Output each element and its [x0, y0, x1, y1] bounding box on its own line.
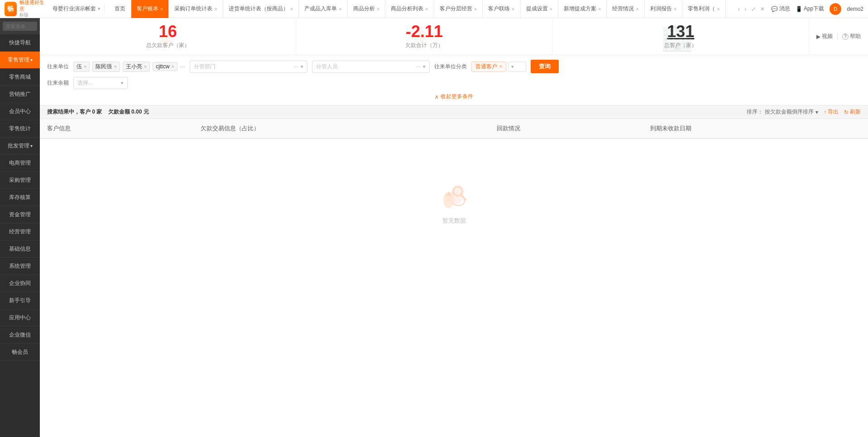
- filter-unit-label: 往来单位: [47, 63, 69, 71]
- filter-row-2: 往来余额 选择... ▾: [47, 77, 861, 89]
- stat-block-customers: ¥ 16 总欠款客户（家）: [40, 18, 296, 55]
- sidebar-item-inventory_check[interactable]: 库存核算: [0, 189, 40, 206]
- export-btn[interactable]: ↑ 导出: [824, 108, 839, 116]
- filter-type-tag-remove[interactable]: ×: [499, 63, 502, 70]
- filter-dept-arrow: ▾: [301, 64, 303, 70]
- filter-category-arrow: ▾: [511, 64, 514, 70]
- collapse-label: 收起更多条件: [441, 93, 473, 100]
- sidebar-item-marketing[interactable]: 营销推广: [0, 86, 40, 103]
- filter-tag-cjttcw: cjttcw ×: [153, 62, 177, 71]
- sort-select[interactable]: 排序： 按欠款金额倒序排序 ▾: [747, 108, 818, 116]
- top-nav-tab-profit_report[interactable]: 利润报告×: [645, 0, 682, 18]
- sidebar-item-purchase_mgmt[interactable]: 采购管理: [0, 172, 40, 189]
- tab-close-customer_segment[interactable]: ×: [474, 6, 477, 12]
- filter-category-dropdown[interactable]: ▾: [508, 62, 526, 72]
- page-header: ¥ 16 总欠款客户（家） ✦ -2.11 欠款合计（万） 🏢 131 总客户（…: [40, 18, 868, 55]
- filter-tag-wang-remove[interactable]: ×: [144, 64, 147, 69]
- sidebar-item-newbie_guide[interactable]: 新手引导: [0, 292, 40, 309]
- empty-icon: [436, 175, 472, 211]
- tab-close-business_status[interactable]: ×: [636, 6, 638, 12]
- query-button[interactable]: 查询: [531, 60, 559, 73]
- sidebar-item-ecommerce_mgmt[interactable]: 电商管理: [0, 155, 40, 172]
- top-nav-tab-customer_segment[interactable]: 客户分层经营×: [434, 0, 483, 18]
- tab-close-profit_report[interactable]: ×: [674, 6, 676, 12]
- sidebar-item-retail_mall[interactable]: 零售商城: [0, 69, 40, 86]
- filter-tag-wu-remove[interactable]: ×: [84, 64, 86, 69]
- sidebar-item-vip_member[interactable]: 畅会员: [0, 344, 40, 361]
- top-nav-tab-inventory_stat[interactable]: 进货单统计表（按商品）×: [223, 0, 299, 18]
- filter-type-tag-text: 普通客户: [475, 63, 497, 71]
- tab-nav-arrows: ‹ › ⤢ ✕: [736, 5, 767, 14]
- collapse-more-btn[interactable]: ∧ 收起更多条件: [47, 93, 861, 100]
- search-result-prefix: 搜索结果中，客户: [47, 109, 91, 115]
- tab-close-inventory_stat[interactable]: ×: [290, 6, 293, 12]
- filter-tag-cjttcw-remove[interactable]: ×: [171, 64, 174, 69]
- top-nav-tab-new_promotion[interactable]: 新增提成方案×: [558, 0, 607, 18]
- tab-close-product_list_analysis[interactable]: ×: [425, 6, 428, 12]
- sidebar-item-enterprise_coop[interactable]: 企业协同: [0, 275, 40, 292]
- sidebar-item-quick_nav[interactable]: 快捷导航: [0, 34, 40, 52]
- sort-label: 排序：: [747, 108, 763, 116]
- top-nav-tab-retail_profit[interactable]: 零售利润（×: [682, 0, 725, 18]
- top-nav-tab-promotion_settings[interactable]: 提成设置×: [521, 0, 558, 18]
- tab-close-retail_profit[interactable]: ×: [717, 6, 719, 12]
- filter-category-label: 往来单位分类: [434, 63, 467, 71]
- top-nav-tab-purchase_order[interactable]: 采购订单统计表×: [169, 0, 223, 18]
- sidebar-item-capital_mgmt[interactable]: 资金管理: [0, 206, 40, 223]
- top-nav-tab-produce_in[interactable]: 产成品入库单×: [299, 0, 347, 18]
- tab-prev-btn[interactable]: ‹: [736, 5, 742, 14]
- video-btn[interactable]: ▶ 视频: [816, 33, 833, 40]
- top-nav-tab-home[interactable]: 首页: [109, 0, 131, 18]
- tab-close-produce_in[interactable]: ×: [339, 6, 341, 12]
- table-area: 客户信息 欠款交易信息（占比） 回款情况 到期未收款日期: [40, 119, 868, 437]
- sidebar-item-enterprise_wechat[interactable]: 企业微信: [0, 327, 40, 344]
- avatar[interactable]: D: [830, 3, 841, 15]
- tab-label-purchase_order: 采购订单统计表: [174, 5, 212, 13]
- app-download-label: App下载: [804, 5, 824, 13]
- sidebar-item-retail_stats[interactable]: 零售统计: [0, 120, 40, 138]
- filter-tag-wu-text: 伍: [77, 63, 82, 71]
- tab-close-promotion_settings[interactable]: ×: [550, 6, 552, 12]
- refresh-btn[interactable]: ↻ 刷新: [844, 108, 861, 116]
- sidebar-items: 快捷导航零售管理▾零售商城营销推广会员中心零售统计批发管理▾电商管理采购管理库存…: [0, 34, 40, 361]
- tab-maximize-btn[interactable]: ⤢: [749, 5, 758, 13]
- filter-row-1: 往来单位 伍 × 陈民强 × 王小亮 × cjttcw: [47, 60, 861, 73]
- tab-close-product_analysis[interactable]: ×: [377, 6, 379, 12]
- tab-close-all-btn[interactable]: ✕: [758, 5, 767, 13]
- sidebar-item-batch_mgmt[interactable]: 批发管理▾: [0, 138, 40, 155]
- filter-category-tags: 普通客户 × ▾: [471, 62, 526, 72]
- sidebar-item-system_mgmt[interactable]: 系统管理: [0, 258, 40, 275]
- filter-more-btn[interactable]: ···: [180, 63, 186, 70]
- filter-dept-select[interactable]: 分管部门 ··· ▾: [190, 61, 307, 73]
- help-btn[interactable]: ? 帮助: [842, 33, 861, 40]
- sidebar-item-member_center[interactable]: 会员中心: [0, 103, 40, 120]
- tab-next-btn[interactable]: ›: [743, 5, 748, 14]
- top-nav-tab-customer_contact[interactable]: 客户联络×: [483, 0, 520, 18]
- sidebar-item-label-batch_mgmt: 批发管理: [8, 142, 29, 150]
- user-name[interactable]: demo2: [847, 6, 863, 12]
- message-btn[interactable]: 💬 消息: [771, 5, 790, 13]
- tab-label-promotion_settings: 提成设置: [526, 5, 548, 13]
- sidebar-item-app_center[interactable]: 应用中心: [0, 309, 40, 327]
- sidebar-item-basic_info[interactable]: 基础信息: [0, 241, 40, 258]
- account-dropdown[interactable]: 母婴行业演示帐套 ▾: [49, 5, 105, 13]
- sidebar-item-operations_mgmt[interactable]: 经营管理: [0, 223, 40, 241]
- sidebar-item-label-operations_mgmt: 经营管理: [9, 228, 31, 235]
- top-nav-tab-account[interactable]: 客户账本×: [131, 0, 169, 18]
- top-nav-tab-product_list_analysis[interactable]: 商品分析列表×: [385, 0, 434, 18]
- tab-close-customer_contact[interactable]: ×: [512, 6, 514, 12]
- app-download-btn[interactable]: 📱 App下载: [796, 5, 824, 13]
- top-nav-tab-product_analysis[interactable]: 商品分析×: [348, 0, 385, 18]
- tab-close-purchase_order[interactable]: ×: [214, 6, 217, 12]
- tab-label-retail_profit: 零售利润（: [688, 5, 715, 13]
- tab-close-account[interactable]: ×: [160, 6, 163, 12]
- sidebar-search-wrap: [0, 18, 40, 34]
- message-icon: 💬: [771, 6, 778, 12]
- sidebar-search-input[interactable]: [3, 22, 37, 31]
- filter-remain-select[interactable]: 选择... ▾: [73, 77, 128, 89]
- sidebar-item-retail_mgmt[interactable]: 零售管理▾: [0, 52, 40, 69]
- tab-close-new_promotion[interactable]: ×: [598, 6, 601, 12]
- top-nav-tab-business_status[interactable]: 经营情况×: [607, 0, 644, 18]
- filter-tag-chen-remove[interactable]: ×: [114, 64, 116, 69]
- filter-person-select[interactable]: 分管人员 ··· ▾: [312, 61, 430, 73]
